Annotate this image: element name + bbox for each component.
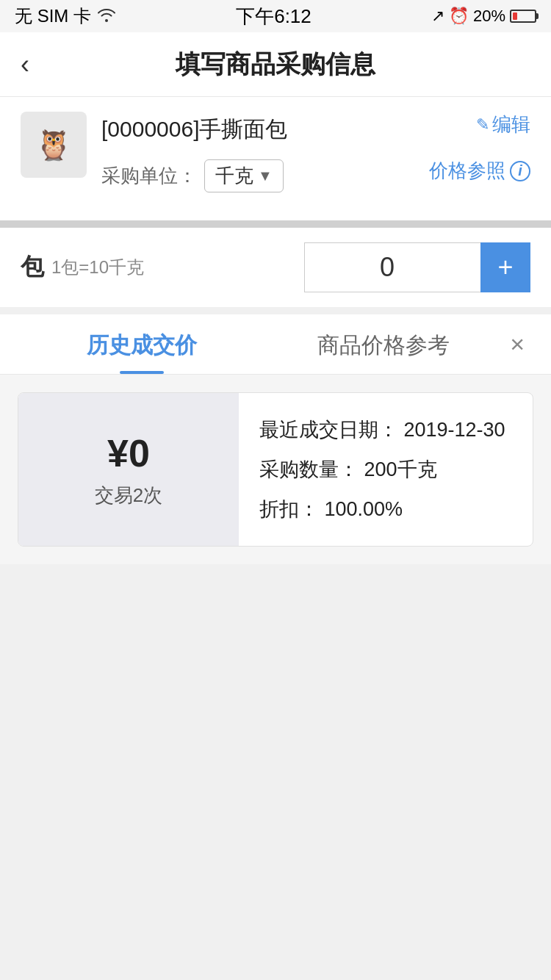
history-discount-row: 折扣： 100.00% [259, 496, 512, 522]
tab-product-price-ref[interactable]: 商品价格参考 [262, 314, 504, 374]
product-name-area: [0000006]手撕面包 采购单位： 千克 ▼ [101, 112, 429, 192]
history-discount-value: 100.00% [325, 498, 403, 520]
edit-button[interactable]: ✎ 编辑 [476, 112, 530, 137]
carrier-label: 无 SIM 卡 [15, 4, 91, 28]
nav-bar: ‹ 填写商品采购信息 [0, 32, 551, 97]
history-detail-section: 最近成交日期： 2019-12-30 采购数量： 200千克 折扣： 100.0… [239, 393, 533, 546]
status-right: ↗ ⏰ 20% [431, 7, 536, 26]
back-button[interactable]: ‹ [21, 49, 29, 80]
purchase-unit-label: 采购单位： [101, 163, 197, 189]
wifi-icon [97, 6, 116, 26]
quantity-input[interactable] [304, 242, 480, 292]
history-price-section: ¥0 交易2次 [18, 393, 239, 546]
quantity-input-area: + [304, 242, 530, 292]
product-header: 🦉 [0000006]手撕面包 采购单位： 千克 ▼ ✎ 编辑 价格参照 [21, 112, 530, 192]
product-name: [0000006]手撕面包 [101, 115, 429, 145]
tab-bar: 历史成交价 商品价格参考 × [0, 314, 551, 375]
price-ref-info-icon: i [510, 161, 530, 181]
location-icon: ↗ [431, 7, 444, 26]
product-logo-icon: 🦉 [35, 128, 72, 162]
edit-icon: ✎ [476, 115, 489, 134]
tab-history-price-label: 历史成交价 [87, 333, 197, 357]
product-thumbnail: 🦉 [21, 112, 87, 178]
price-ref-label: 价格参照 [429, 158, 505, 184]
product-info: 🦉 [0000006]手撕面包 采购单位： 千克 ▼ [21, 112, 429, 192]
history-price: ¥0 [107, 431, 150, 475]
unit-select[interactable]: 千克 ▼ [204, 159, 284, 192]
quantity-unit-info: 包 1包=10千克 [21, 251, 304, 284]
gray-divider [0, 220, 551, 228]
unit-big-label: 包 [21, 251, 44, 284]
history-content: ¥0 交易2次 最近成交日期： 2019-12-30 采购数量： 200千克 折… [0, 375, 551, 564]
history-recent-date-value: 2019-12-30 [404, 419, 505, 441]
history-recent-date-label: 最近成交日期： [259, 419, 398, 441]
battery-percent: 20% [473, 7, 505, 26]
status-bar: 无 SIM 卡 下午6:12 ↗ ⏰ 20% [0, 0, 551, 32]
edit-label: 编辑 [492, 112, 530, 137]
unit-value: 千克 [215, 163, 253, 189]
history-purchase-qty-row: 采购数量： 200千克 [259, 456, 512, 483]
alarm-icon: ⏰ [449, 7, 469, 26]
product-card: 🦉 [0000006]手撕面包 采购单位： 千克 ▼ ✎ 编辑 价格参照 [0, 97, 551, 220]
tab-product-price-ref-label: 商品价格参考 [317, 333, 450, 357]
product-right-col: ✎ 编辑 价格参照 i [429, 112, 530, 184]
history-recent-date-row: 最近成交日期： 2019-12-30 [259, 417, 512, 443]
history-card: ¥0 交易2次 最近成交日期： 2019-12-30 采购数量： 200千克 折… [18, 392, 533, 547]
history-discount-label: 折扣： [259, 498, 319, 520]
history-purchase-qty-value: 200千克 [364, 458, 437, 480]
price-ref-button[interactable]: 价格参照 i [429, 158, 530, 184]
quantity-plus-button[interactable]: + [480, 242, 530, 292]
unit-dropdown-arrow: ▼ [258, 167, 273, 184]
tab-history-price[interactable]: 历史成交价 [21, 314, 262, 374]
nav-title: 填写商品采购信息 [176, 48, 375, 82]
status-left: 无 SIM 卡 [15, 4, 116, 28]
quantity-row: 包 1包=10千克 + [0, 228, 551, 307]
battery-icon [510, 10, 536, 23]
status-time: 下午6:12 [236, 4, 311, 29]
tab-close-button[interactable]: × [504, 318, 530, 370]
history-purchase-qty-label: 采购数量： [259, 458, 359, 480]
unit-conversion: 1包=10千克 [51, 256, 144, 279]
purchase-unit-row: 采购单位： 千克 ▼ [101, 159, 429, 192]
history-trades: 交易2次 [95, 483, 162, 508]
